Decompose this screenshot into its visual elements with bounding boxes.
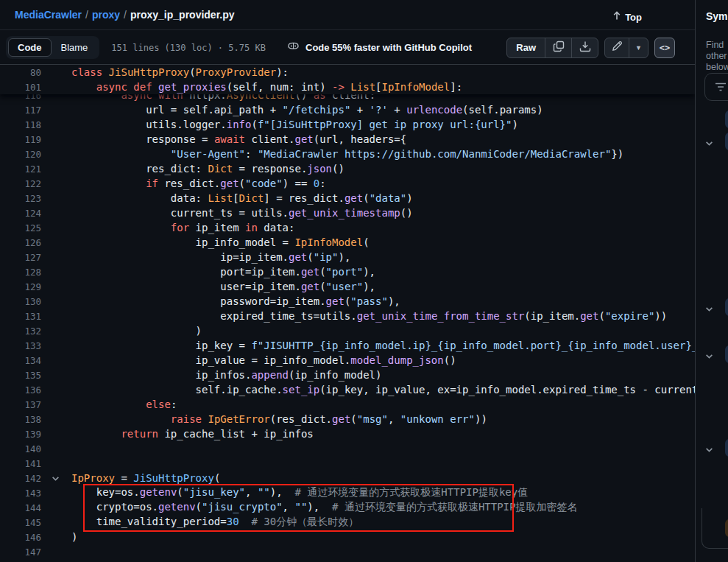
code-text: url = self.api_path + "/fetchips" + '?' … [71,104,543,116]
file-actions: Raw ▼ <> [506,38,675,58]
code-text: ip_key = f"JISUHTTP_{ip_info_model.ip}_{… [71,340,695,351]
line-number[interactable]: 143 [0,488,46,499]
line-number[interactable]: 130 [0,296,46,307]
line-number[interactable]: 117 [0,105,46,116]
code-text: self.ip_cache.set_ip(ip_key, ip_value, e… [71,384,695,396]
line-number[interactable]: 140 [0,443,46,454]
line-number[interactable]: 145 [0,517,46,528]
line-number[interactable]: 128 [0,267,46,278]
line-number[interactable]: 129 [0,281,46,292]
line-number[interactable]: 101 [0,82,46,93]
code-text: time_validity_period=30 # 30分钟（最长时效） [71,516,358,529]
breadcrumb-filename: proxy_ip_provider.py [130,9,235,21]
line-number[interactable]: 126 [0,237,46,248]
line-number[interactable]: 121 [0,164,46,175]
code-text: else: [71,398,177,410]
line-number[interactable]: 146 [0,532,46,543]
line-number[interactable]: 127 [0,252,46,263]
code-line: 145 time_validity_period=30 # 30分钟（最长时效） [0,515,695,530]
edit-button[interactable] [605,38,629,57]
chevron-down-icon[interactable] [705,303,713,316]
code-text: res_dict: Dict = response.json() [71,163,344,175]
code-line: 144 crypto=os.getenv("jisu_crypto", ""),… [0,500,695,515]
line-number[interactable]: 142 [0,473,46,484]
code-lines: 116 async with httpx.AsyncClient() as cl… [0,88,695,559]
code-line: 135 ip_infos.append(ip_info_model) [0,368,695,382]
line-number[interactable]: 124 [0,208,46,219]
edit-pencil-icon [612,41,623,55]
line-number[interactable]: 131 [0,311,46,322]
symbol-item[interactable] [725,345,728,363]
code-line: 138 raise IpGetError(res_dict.get("msg",… [0,412,695,426]
line-number[interactable]: 144 [0,502,46,513]
line-number[interactable]: 137 [0,399,46,410]
code-line: 147 [0,544,695,559]
code-line: 117 url = self.api_path + "/fetchips" + … [0,102,695,117]
line-number[interactable]: 119 [0,134,46,145]
line-number[interactable]: 123 [0,193,46,204]
code-editor-pane: 116 async with httpx.AsyncClient() as cl… [0,65,695,562]
line-number[interactable]: 125 [0,222,46,233]
symbol-item[interactable] [725,110,728,128]
code-text: current_ts = utils.get_unix_timestamp() [71,207,413,219]
code-line: 130 password=ip_item.get("pass"), [0,294,695,309]
line-number[interactable]: 147 [0,547,46,558]
code-text: class JiSuHttpProxy(ProxyProvider): [71,66,289,78]
code-line: 80class JiSuHttpProxy(ProxyProvider): [0,65,695,80]
symbol-item[interactable] [725,439,728,457]
line-number[interactable]: 138 [0,414,46,425]
symbol-item[interactable] [725,133,728,150]
line-number[interactable]: 122 [0,178,46,189]
code-text: crypto=os.getenv("jisu_crypto", ""), # 通… [71,501,577,514]
line-number[interactable]: 80 [0,67,46,78]
code-line: 118 utils.logger.info(f"[JiSuHttpProxy] … [0,117,695,132]
code-text: return ip_cache_list + ip_infos [71,428,314,440]
breadcrumb-dir-link[interactable]: proxy [92,9,120,21]
code-text: expired_time_ts=utils.get_unix_time_from… [71,310,667,322]
code-text: ip=ip_item.get("ip"), [71,251,350,263]
code-text: ) [71,325,202,337]
download-icon [579,41,591,55]
code-line: 137 else: [0,397,695,412]
back-to-top-button[interactable]: Top [608,8,646,26]
code-panel-toggle-button[interactable]: <> [654,38,675,58]
code-line: 126 ip_info_model = IpInfoModel( [0,235,695,250]
breadcrumb-bar: MediaCrawler/proxy/proxy_ip_provider.py … [0,0,695,30]
code-text: if res_dict.get("code") == 0: [71,178,326,189]
code-line: 127 ip=ip_item.get("ip"), [0,250,695,264]
line-number[interactable]: 120 [0,149,46,160]
breadcrumb-repo-link[interactable]: MediaCrawler [15,9,82,21]
line-number[interactable]: 134 [0,355,46,366]
tab-blame[interactable]: Blame [52,38,98,57]
edit-dropdown-button[interactable]: ▼ [629,38,648,57]
code-text: user=ip_item.get("user"), [71,281,375,292]
back-to-top-label: Top [625,12,642,23]
download-button[interactable] [571,38,598,57]
code-text: raise IpGetError(res_dict.get("msg", "un… [71,413,487,425]
code-line: 124 current_ts = utils.get_unix_timestam… [0,206,695,220]
copy-button[interactable] [545,38,571,57]
chevron-down-icon[interactable] [705,137,713,150]
line-number[interactable]: 136 [0,384,46,396]
code-line: 123 data: List[Dict] = res_dict.get("dat… [0,191,695,206]
line-number[interactable]: 139 [0,429,46,440]
code-text: port=ip_item.get("port"), [71,266,375,278]
copilot-banner: Code 55% faster with GitHub Copilot [287,41,472,55]
line-number[interactable]: 132 [0,326,46,337]
tab-code[interactable]: Code [8,38,52,57]
raw-button[interactable]: Raw [507,38,545,57]
code-line: 141 [0,456,695,471]
chevron-down-icon[interactable] [705,350,713,363]
code-line: 146) [0,530,695,544]
line-number[interactable]: 141 [0,458,46,469]
line-number[interactable]: 118 [0,119,46,130]
line-number[interactable]: 133 [0,340,46,351]
collapse-chevron-icon[interactable] [46,474,71,482]
code-line: 120 "User-Agent": "MediaCrawler https://… [0,147,695,161]
line-number[interactable]: 135 [0,370,46,381]
code-line: 136 self.ip_cache.set_ip(ip_key, ip_valu… [0,382,695,397]
chevron-down-icon[interactable] [705,443,713,457]
symbol-item[interactable] [725,298,728,316]
symbols-filter-input[interactable] [704,73,728,101]
raw-copy-download-group: Raw [506,38,598,58]
